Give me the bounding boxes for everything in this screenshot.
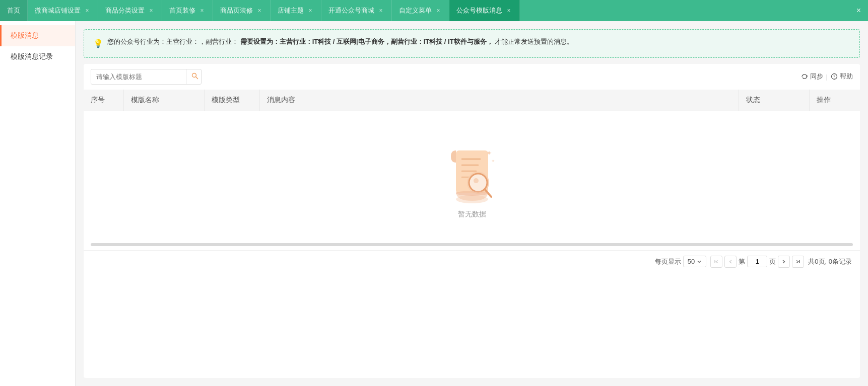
sidebar-item-template-message-label: 模版消息 bbox=[11, 31, 39, 39]
page-label-post: 页 bbox=[769, 257, 776, 266]
empty-doc-icon: ✦ ✦ bbox=[442, 141, 502, 207]
nav-tab-open-mall[interactable]: 开通公众号商城 × bbox=[321, 0, 392, 21]
nav-tab-store-settings-label: 微商城店铺设置 bbox=[35, 6, 81, 15]
nav-tab-custom-menu-label: 自定义菜单 bbox=[399, 6, 432, 15]
nav-tab-custom-menu-close[interactable]: × bbox=[435, 7, 442, 14]
last-page-button[interactable] bbox=[792, 256, 804, 268]
page-number-input[interactable] bbox=[747, 256, 767, 267]
divider: | bbox=[826, 73, 828, 81]
empty-illustration: ✦ ✦ bbox=[442, 141, 502, 202]
prev-page-button[interactable] bbox=[724, 256, 737, 268]
page-label-pre: 第 bbox=[739, 257, 745, 266]
page-size-select: 每页显示 50 bbox=[655, 256, 706, 267]
th-name: 模版名称 bbox=[124, 90, 205, 111]
sidebar-item-template-message-log-label: 模版消息记录 bbox=[11, 52, 53, 60]
scrollbar-area bbox=[84, 239, 860, 250]
chevron-down-icon bbox=[697, 259, 702, 264]
table-header: 序号 模版名称 模版类型 消息内容 状态 操作 bbox=[84, 90, 860, 111]
notice-text: 您的公众号行业为：主营行业：，副营行业： 需要设置为：主营行业：IT科技 / 互… bbox=[107, 37, 573, 47]
prev-page-icon bbox=[728, 259, 733, 264]
nav-tab-product-decor-close[interactable]: × bbox=[256, 7, 263, 14]
nav-tab-store-theme-label: 店铺主题 bbox=[278, 6, 304, 15]
next-page-icon bbox=[781, 259, 786, 264]
nav-tab-home-label: 首页 bbox=[7, 6, 20, 15]
notice-icon: 💡 bbox=[93, 37, 103, 50]
help-button[interactable]: ? 帮助 bbox=[831, 72, 853, 81]
page-nav: 第 页 bbox=[710, 256, 804, 268]
th-content: 消息内容 bbox=[260, 90, 739, 111]
nav-tab-custom-menu[interactable]: 自定义菜单 × bbox=[392, 0, 449, 21]
main-panel: 同步 | ? 帮助 序号 bbox=[84, 64, 860, 378]
empty-text: 暂无数据 bbox=[458, 210, 486, 219]
toolbar-right: 同步 | ? 帮助 bbox=[801, 72, 853, 81]
nav-tab-template-msg[interactable]: 公众号模版消息 × bbox=[449, 0, 520, 21]
sync-icon bbox=[801, 73, 808, 80]
th-action: 操作 bbox=[810, 90, 860, 111]
search-icon bbox=[191, 72, 198, 80]
search-input[interactable] bbox=[91, 70, 186, 84]
svg-text:✦: ✦ bbox=[491, 159, 495, 164]
nav-tab-homepage-decor-close[interactable]: × bbox=[198, 7, 206, 14]
content-area: 💡 您的公众号行业为：主营行业：，副营行业： 需要设置为：主营行业：IT科技 /… bbox=[76, 21, 868, 386]
help-label: 帮助 bbox=[840, 72, 853, 81]
toolbar: 同步 | ? 帮助 bbox=[84, 64, 860, 90]
nav-tab-open-mall-close[interactable]: × bbox=[377, 7, 384, 14]
nav-tab-store-theme-close[interactable]: × bbox=[307, 7, 314, 14]
nav-tab-store-theme[interactable]: 店铺主题 × bbox=[271, 0, 321, 21]
sync-button[interactable]: 同步 bbox=[801, 72, 823, 81]
next-page-button[interactable] bbox=[778, 256, 790, 268]
help-icon: ? bbox=[831, 73, 838, 80]
nav-tab-store-settings-close[interactable]: × bbox=[84, 7, 91, 14]
nav-tab-open-mall-label: 开通公众号商城 bbox=[328, 6, 374, 15]
nav-tab-store-settings[interactable]: 微商城店铺设置 × bbox=[28, 0, 98, 21]
main-layout: 模版消息 模版消息记录 💡 您的公众号行业为：主营行业：，副营行业： 需要设置为… bbox=[0, 21, 868, 386]
page-size-value: 50 bbox=[688, 258, 695, 265]
nav-tab-template-msg-label: 公众号模版消息 bbox=[456, 6, 502, 15]
empty-state: ✦ ✦ 暂无数据 bbox=[84, 111, 860, 239]
nav-tab-homepage-decor[interactable]: 首页装修 × bbox=[162, 0, 213, 21]
nav-tab-template-msg-close[interactable]: × bbox=[505, 7, 512, 14]
nav-tab-product-decor[interactable]: 商品页装修 × bbox=[213, 0, 271, 21]
search-area bbox=[91, 69, 202, 85]
th-type: 模版类型 bbox=[205, 90, 260, 111]
nav-tab-homepage-decor-label: 首页装修 bbox=[169, 6, 195, 15]
pagination-summary: 共0页, 0条记录 bbox=[808, 257, 852, 266]
sidebar-item-template-message[interactable]: 模版消息 bbox=[0, 25, 75, 46]
nav-tab-category-settings-close[interactable]: × bbox=[148, 7, 155, 14]
top-nav: 首页 微商城店铺设置 × 商品分类设置 × 首页装修 × 商品页装修 × 店铺主… bbox=[0, 0, 868, 21]
pagination-bar: 每页显示 50 bbox=[84, 250, 860, 273]
page-size-label: 每页显示 bbox=[655, 257, 681, 266]
close-all-button[interactable]: × bbox=[849, 6, 868, 15]
svg-line-1 bbox=[196, 76, 198, 79]
svg-point-14 bbox=[474, 178, 479, 183]
first-page-icon bbox=[714, 259, 719, 264]
nav-tab-home[interactable]: 首页 bbox=[0, 0, 28, 21]
nav-tab-category-settings-label: 商品分类设置 bbox=[105, 6, 145, 15]
search-button[interactable] bbox=[186, 69, 202, 84]
page-size-dropdown[interactable]: 50 bbox=[683, 256, 706, 267]
horizontal-scrollbar[interactable] bbox=[91, 243, 853, 246]
sidebar-item-template-message-log[interactable]: 模版消息记录 bbox=[0, 46, 75, 67]
first-page-button[interactable] bbox=[710, 256, 722, 268]
svg-text:✦: ✦ bbox=[486, 149, 492, 157]
notice-box: 💡 您的公众号行业为：主营行业：，副营行业： 需要设置为：主营行业：IT科技 /… bbox=[84, 29, 860, 58]
svg-text:?: ? bbox=[833, 75, 835, 80]
th-index: 序号 bbox=[84, 90, 124, 111]
last-page-icon bbox=[795, 259, 800, 264]
nav-tab-product-decor-label: 商品页装修 bbox=[220, 6, 253, 15]
nav-tab-category-settings[interactable]: 商品分类设置 × bbox=[98, 0, 162, 21]
th-status: 状态 bbox=[739, 90, 810, 111]
sync-label: 同步 bbox=[810, 72, 823, 81]
sidebar: 模版消息 模版消息记录 bbox=[0, 21, 76, 386]
svg-point-17 bbox=[456, 191, 488, 196]
